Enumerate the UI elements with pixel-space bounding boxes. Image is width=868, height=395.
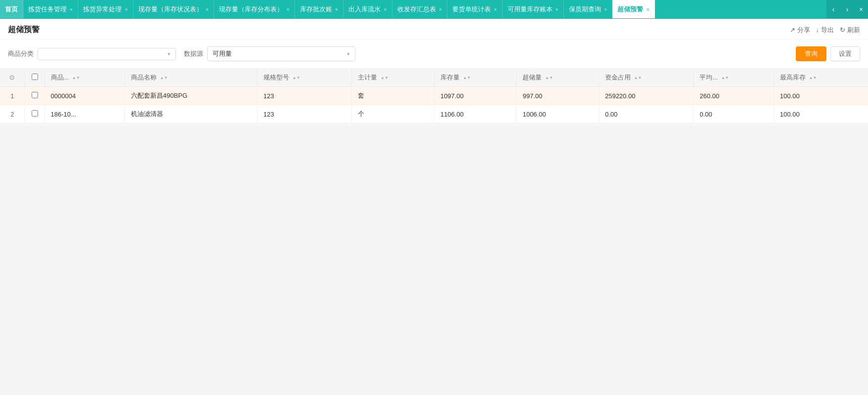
- col-header-name-label: 商品名称: [131, 74, 157, 81]
- col-sort-code[interactable]: ▲▼: [72, 76, 80, 80]
- nav-tab-3[interactable]: 现存量（库存分布表） ×: [214, 0, 295, 18]
- col-header-stock[interactable]: 库存量 ▲▼: [434, 69, 517, 87]
- row-max-stock-0: 100.00: [774, 87, 868, 105]
- datasource-select-value: 可用量: [213, 49, 232, 58]
- col-header-code-label: 商品...: [51, 74, 69, 81]
- row-unit-1: 个: [352, 105, 434, 123]
- nav-tab-6[interactable]: 收发存汇总表 ×: [392, 0, 447, 18]
- nav-tab-label-9: 保质期查询: [569, 5, 601, 14]
- col-header-name[interactable]: 商品名称 ▲▼: [125, 69, 257, 87]
- col-header-checkbox[interactable]: [25, 69, 44, 87]
- nav-tab-close-2[interactable]: ×: [206, 6, 209, 12]
- export-icon: ↓: [816, 26, 820, 34]
- row-capital-1: 0.00: [599, 105, 694, 123]
- col-header-capital[interactable]: 资金占用 ▲▼: [599, 69, 694, 87]
- nav-tab-close-8[interactable]: ×: [556, 6, 559, 12]
- col-header-avg[interactable]: 平均... ▲▼: [694, 69, 774, 87]
- col-sort-unit[interactable]: ▲▼: [381, 76, 389, 80]
- col-sort-stock[interactable]: ▲▼: [463, 76, 471, 80]
- select-all-checkbox[interactable]: [32, 74, 38, 80]
- nav-tab-close-10[interactable]: ×: [646, 6, 649, 12]
- nav-close-arrow[interactable]: ×: [854, 0, 868, 19]
- col-header-avg-label: 平均...: [699, 74, 718, 81]
- col-sort-overflow[interactable]: ▲▼: [545, 76, 553, 80]
- row-checkbox-1[interactable]: [32, 110, 38, 117]
- settings-button[interactable]: 设置: [830, 46, 860, 61]
- row-checkbox-cell-0[interactable]: [25, 87, 44, 105]
- col-header-overflow-label: 超储量: [522, 74, 542, 81]
- col-header-overflow[interactable]: 超储量 ▲▼: [517, 69, 599, 87]
- table-row: 2 186-10... 机油滤清器 123 个 1106.00 1006.00 …: [0, 105, 868, 123]
- nav-tab-close-3[interactable]: ×: [286, 6, 289, 12]
- nav-tab-close-0[interactable]: ×: [70, 6, 73, 12]
- nav-tab-label-3: 现存量（库存分布表）: [219, 5, 283, 14]
- col-sort-name[interactable]: ▲▼: [160, 76, 168, 80]
- nav-tab-label-0: 拣货任务管理: [28, 5, 67, 14]
- nav-tab-2[interactable]: 现存量（库存状况表） ×: [133, 0, 214, 18]
- nav-tab-label-4: 库存批次账: [300, 5, 332, 14]
- nav-tab-0[interactable]: 拣货任务管理 ×: [23, 0, 78, 18]
- col-sort-spec[interactable]: ▲▼: [292, 76, 300, 80]
- col-header-spec-label: 规格型号: [263, 74, 289, 81]
- col-sort-max-stock[interactable]: ▲▼: [809, 76, 817, 80]
- row-index-1: 2: [0, 105, 25, 123]
- gear-icon[interactable]: ⚙: [9, 74, 15, 81]
- col-header-stock-label: 库存量: [440, 74, 460, 81]
- col-header-spec[interactable]: 规格型号 ▲▼: [257, 69, 352, 87]
- nav-tab-close-9[interactable]: ×: [604, 6, 607, 12]
- table-container: ⚙ 商品... ▲▼ 商品名称 ▲▼ 规格型号 ▲▼: [0, 69, 868, 123]
- nav-tab-label-2: 现存量（库存状况表）: [138, 5, 203, 14]
- datasource-select[interactable]: 可用量 ▾: [207, 46, 355, 61]
- category-dropdown-icon: ▾: [168, 51, 171, 57]
- page-content: 超储预警 ↗ 分享 ↓ 导出 ↻ 刷新 商品分类 ▾ 数据源: [0, 19, 868, 123]
- row-name-0: 六配套新昌490BPG: [125, 87, 257, 105]
- nav-tab-close-6[interactable]: ×: [439, 6, 442, 12]
- nav-tab-close-4[interactable]: ×: [335, 6, 338, 12]
- col-header-code[interactable]: 商品... ▲▼: [44, 69, 125, 87]
- category-label: 商品分类: [8, 49, 34, 58]
- nav-tab-label-8: 可用量库存账本: [508, 5, 553, 14]
- row-checkbox-0[interactable]: [32, 92, 38, 98]
- share-label: 分享: [797, 26, 810, 35]
- nav-tab-10[interactable]: 超储预警 ×: [612, 0, 654, 18]
- nav-tab-label-10: 超储预警: [617, 5, 643, 14]
- row-index-0: 1: [0, 87, 25, 105]
- nav-tab-4[interactable]: 库存批次账 ×: [295, 0, 344, 18]
- nav-right-arrow[interactable]: ›: [840, 0, 854, 19]
- row-code-1: 186-10...: [44, 105, 125, 123]
- col-header-unit[interactable]: 主计量 ▲▼: [352, 69, 434, 87]
- nav-home-label: 首页: [5, 5, 18, 14]
- nav-tab-9[interactable]: 保质期查询 ×: [564, 0, 612, 18]
- nav-tab-label-6: 收发存汇总表: [397, 5, 436, 14]
- top-nav: 首页 拣货任务管理 × 拣货异常处理 × 现存量（库存状况表） × 现存量（库存…: [0, 0, 868, 19]
- row-checkbox-cell-1[interactable]: [25, 105, 44, 123]
- nav-tab-8[interactable]: 可用量库存账本 ×: [503, 0, 564, 18]
- row-capital-0: 259220.00: [599, 87, 694, 105]
- export-label: 导出: [821, 26, 834, 35]
- col-header-settings[interactable]: ⚙: [0, 69, 25, 87]
- datasource-dropdown-icon: ▾: [347, 51, 350, 57]
- nav-tab-close-1[interactable]: ×: [125, 6, 128, 12]
- export-button[interactable]: ↓ 导出: [816, 26, 834, 35]
- nav-tab-label-5: 出入库流水: [348, 5, 381, 14]
- col-header-max-stock[interactable]: 最高库存 ▲▼: [774, 69, 868, 87]
- share-icon: ↗: [790, 26, 795, 34]
- refresh-button[interactable]: ↻ 刷新: [840, 26, 860, 35]
- col-sort-avg[interactable]: ▲▼: [721, 76, 729, 80]
- col-sort-capital[interactable]: ▲▼: [634, 76, 642, 80]
- nav-tab-5[interactable]: 出入库流水 ×: [344, 0, 392, 18]
- row-overflow-1: 1006.00: [517, 105, 599, 123]
- share-button[interactable]: ↗ 分享: [790, 26, 810, 35]
- query-button[interactable]: 查询: [796, 46, 826, 61]
- row-name-1: 机油滤清器: [125, 105, 257, 123]
- col-header-capital-label: 资金占用: [605, 74, 631, 81]
- nav-tab-1[interactable]: 拣货异常处理 ×: [78, 0, 133, 18]
- nav-tab-7[interactable]: 要货单统计表 ×: [447, 0, 502, 18]
- category-select[interactable]: ▾: [38, 48, 176, 60]
- nav-tab-close-7[interactable]: ×: [494, 6, 497, 12]
- page-header: 超储预警 ↗ 分享 ↓ 导出 ↻ 刷新: [0, 19, 868, 40]
- header-actions: ↗ 分享 ↓ 导出 ↻ 刷新: [790, 26, 861, 35]
- nav-left-arrow[interactable]: ‹: [826, 0, 840, 19]
- nav-tab-close-5[interactable]: ×: [384, 6, 387, 12]
- nav-home[interactable]: 首页: [0, 0, 23, 18]
